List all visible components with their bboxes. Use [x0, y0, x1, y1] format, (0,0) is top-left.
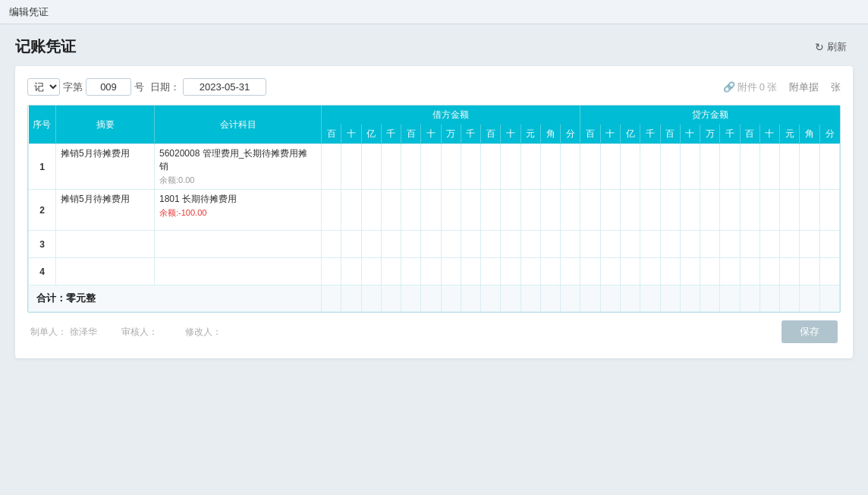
row-1-debit-8[interactable]	[461, 144, 480, 190]
row-2-debit-12[interactable]	[540, 190, 560, 231]
row-3-credit-1[interactable]	[580, 231, 600, 258]
refresh-button[interactable]: ↻ 刷新	[809, 37, 853, 57]
row-2-credit-10[interactable]	[760, 190, 779, 231]
row-4-debit-9[interactable]	[481, 258, 501, 285]
row-1-credit-11[interactable]	[780, 144, 800, 190]
row-4-credit-3[interactable]	[620, 258, 640, 285]
row-1-debit-3[interactable]	[361, 144, 381, 190]
row-4-debit-8[interactable]	[461, 258, 480, 285]
row-4-credit-9[interactable]	[740, 258, 760, 285]
row-2-debit-13[interactable]	[561, 190, 580, 231]
row-1-credit-3[interactable]	[620, 144, 640, 190]
row-1-debit-7[interactable]	[441, 144, 461, 190]
row-4-credit-2[interactable]	[600, 258, 620, 285]
row-1-credit-7[interactable]	[700, 144, 720, 190]
row-3-credit-6[interactable]	[680, 231, 700, 258]
row-2-debit-5[interactable]	[401, 190, 421, 231]
row-4-credit-1[interactable]	[580, 258, 600, 285]
row-4-debit-1[interactable]	[322, 258, 341, 285]
row-3-seq[interactable]: 3	[29, 231, 56, 258]
row-4-credit-11[interactable]	[780, 258, 800, 285]
row-4-credit-5[interactable]	[660, 258, 680, 285]
row-2-debit-2[interactable]	[341, 190, 361, 231]
row-1-debit-5[interactable]	[401, 144, 421, 190]
row-3-credit-2[interactable]	[600, 231, 620, 258]
row-1-seq[interactable]: 1	[29, 144, 56, 190]
row-1-credit-9[interactable]	[740, 144, 760, 190]
row-2-credit-5[interactable]	[660, 190, 680, 231]
voucher-type-select[interactable]: 记	[27, 78, 60, 96]
row-4-account[interactable]	[155, 258, 322, 285]
save-button[interactable]: 保存	[782, 320, 838, 343]
row-3-credit-12[interactable]	[800, 231, 819, 258]
row-1-debit-1[interactable]	[322, 144, 341, 190]
row-4-credit-10[interactable]	[760, 258, 779, 285]
row-1-account[interactable]: 56020008 管理费用_长期待摊费用摊销余额:0.00	[155, 144, 322, 190]
voucher-number-input[interactable]	[86, 78, 131, 96]
row-4-debit-7[interactable]	[441, 258, 461, 285]
row-1-debit-4[interactable]	[381, 144, 401, 190]
row-2-credit-4[interactable]	[640, 190, 660, 231]
row-4-debit-6[interactable]	[421, 258, 441, 285]
row-3-credit-5[interactable]	[660, 231, 680, 258]
row-1-credit-4[interactable]	[640, 144, 660, 190]
attachment-link[interactable]: 🔗 附件 0 张	[723, 80, 777, 94]
row-2-credit-2[interactable]	[600, 190, 620, 231]
row-3-debit-3[interactable]	[361, 231, 381, 258]
row-3-credit-4[interactable]	[640, 231, 660, 258]
row-3-debit-7[interactable]	[441, 231, 461, 258]
row-4-credit-4[interactable]	[640, 258, 660, 285]
row-2-debit-7[interactable]	[441, 190, 461, 231]
row-1-credit-13[interactable]	[819, 144, 839, 190]
row-1-debit-12[interactable]	[540, 144, 560, 190]
row-1-credit-5[interactable]	[660, 144, 680, 190]
row-4-debit-5[interactable]	[401, 258, 421, 285]
row-3-debit-5[interactable]	[401, 231, 421, 258]
row-3-debit-6[interactable]	[421, 231, 441, 258]
row-2-debit-9[interactable]	[481, 190, 501, 231]
row-4-credit-12[interactable]	[800, 258, 819, 285]
row-4-summary[interactable]	[56, 258, 155, 285]
row-2-credit-1[interactable]	[580, 190, 600, 231]
row-2-credit-11[interactable]	[780, 190, 800, 231]
attachment-slip-label[interactable]: 附单据	[789, 80, 819, 94]
row-3-debit-9[interactable]	[481, 231, 501, 258]
date-input[interactable]	[183, 78, 266, 96]
row-4-credit-6[interactable]	[680, 258, 700, 285]
row-4-debit-12[interactable]	[540, 258, 560, 285]
row-3-debit-13[interactable]	[561, 231, 580, 258]
row-2-debit-6[interactable]	[421, 190, 441, 231]
row-4-debit-11[interactable]	[520, 258, 540, 285]
row-3-credit-3[interactable]	[620, 231, 640, 258]
row-1-credit-10[interactable]	[760, 144, 779, 190]
row-1-credit-8[interactable]	[720, 144, 740, 190]
row-4-debit-2[interactable]	[341, 258, 361, 285]
row-1-summary[interactable]: 摊销5月待摊费用	[56, 144, 155, 190]
row-2-credit-12[interactable]	[800, 190, 819, 231]
row-3-account[interactable]	[155, 231, 322, 258]
row-1-debit-9[interactable]	[481, 144, 501, 190]
row-2-credit-7[interactable]	[700, 190, 720, 231]
row-4-seq[interactable]: 4	[29, 258, 56, 285]
row-2-debit-8[interactable]	[461, 190, 480, 231]
row-1-debit-13[interactable]	[561, 144, 580, 190]
row-4-credit-13[interactable]	[819, 258, 839, 285]
row-2-debit-3[interactable]	[361, 190, 381, 231]
row-2-credit-6[interactable]	[680, 190, 700, 231]
row-4-credit-8[interactable]	[720, 258, 740, 285]
row-3-credit-13[interactable]	[819, 231, 839, 258]
row-1-credit-2[interactable]	[600, 144, 620, 190]
row-2-debit-11[interactable]	[520, 190, 540, 231]
row-3-debit-11[interactable]	[520, 231, 540, 258]
row-2-seq[interactable]: 2	[29, 190, 56, 231]
row-1-credit-6[interactable]	[680, 144, 700, 190]
row-3-debit-10[interactable]	[501, 231, 520, 258]
row-2-account[interactable]: 1801 长期待摊费用余额:-100.00	[155, 190, 322, 231]
row-4-debit-4[interactable]	[381, 258, 401, 285]
row-2-credit-9[interactable]	[740, 190, 760, 231]
row-2-summary[interactable]: 摊销5月待摊费用	[56, 190, 155, 231]
row-4-debit-3[interactable]	[361, 258, 381, 285]
row-3-summary[interactable]	[56, 231, 155, 258]
row-1-debit-11[interactable]	[520, 144, 540, 190]
row-1-credit-1[interactable]	[580, 144, 600, 190]
